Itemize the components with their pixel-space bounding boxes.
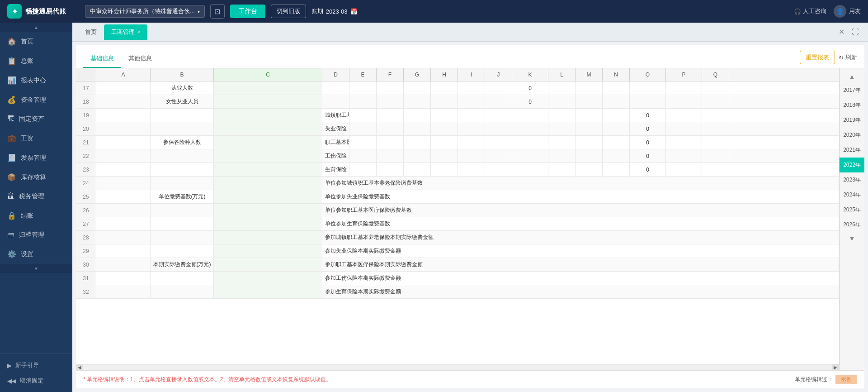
horizontal-scrollbar[interactable]: ◀ ▶ (76, 364, 839, 370)
cell-23-G[interactable] (404, 163, 431, 176)
cell-17-N[interactable] (603, 81, 630, 95)
cell-25-B[interactable]: 单位缴费基数(万元) (151, 190, 214, 203)
user-area[interactable]: 👤 用友 (834, 5, 861, 18)
cell-22-L[interactable] (548, 149, 576, 163)
spreadsheet-body[interactable]: 17 从业人数 0 (76, 81, 839, 364)
cell-29-B[interactable] (151, 244, 214, 258)
cell-19-L[interactable] (548, 109, 576, 122)
cell-28-B[interactable] (151, 231, 214, 244)
cell-26-D[interactable]: 单位参加职工基本医疗保险缴费基数 (322, 204, 839, 217)
cell-24-D[interactable]: 单位参加城镇职工基本养老保险缴费基数 (322, 177, 839, 190)
cell-23-C[interactable] (214, 163, 322, 176)
cell-22-P[interactable] (666, 149, 702, 163)
cell-27-A[interactable] (96, 217, 151, 230)
year-item-2024[interactable]: 2024年 (840, 187, 864, 202)
cell-21-L[interactable] (548, 136, 576, 149)
refresh-button[interactable]: ↻ 刷新 (839, 53, 857, 62)
cell-20-A[interactable] (96, 122, 151, 135)
cell-23-J[interactable] (485, 163, 512, 176)
cell-17-K[interactable]: 0 (512, 81, 548, 95)
cell-31-A[interactable] (96, 272, 151, 285)
workbench-button[interactable]: 工作台 (230, 5, 265, 18)
cell-17-I[interactable] (458, 81, 485, 95)
cell-17-L[interactable] (548, 81, 576, 95)
cell-18-I[interactable] (458, 95, 485, 108)
cell-23-I[interactable] (458, 163, 485, 176)
cell-18-Q[interactable] (702, 95, 729, 108)
copy-button[interactable]: ⊡ (210, 4, 225, 19)
cell-20-E[interactable] (349, 122, 377, 135)
cell-27-D[interactable]: 单位参加生育保险缴费基数 (322, 217, 839, 230)
cell-22-J[interactable] (485, 149, 512, 163)
cell-18-P[interactable] (666, 95, 702, 108)
sidebar-item-closing[interactable]: 🔒 结账 (0, 206, 72, 225)
cell-23-H[interactable] (431, 163, 458, 176)
cell-25-D[interactable]: 单位参加失业保险缴费基数 (322, 190, 839, 203)
cell-19-J[interactable] (485, 109, 512, 122)
cell-25-C[interactable] (214, 190, 322, 203)
cell-20-N[interactable] (603, 122, 630, 135)
cell-28-A[interactable] (96, 231, 151, 244)
cell-22-K[interactable] (512, 149, 548, 163)
cell-19-H[interactable] (431, 109, 458, 122)
year-item-2017[interactable]: 2017年 (840, 83, 864, 98)
cell-21-A[interactable] (96, 136, 151, 149)
cell-18-N[interactable] (603, 95, 630, 108)
cell-29-D[interactable]: 参加失业保险本期实际缴费金额 (322, 244, 839, 258)
sidebar-scroll-down[interactable]: ▼ (0, 264, 72, 273)
cell-18-H[interactable] (431, 95, 458, 108)
cell-29-A[interactable] (96, 244, 151, 258)
cell-22-Q[interactable] (702, 149, 729, 163)
cell-17-E[interactable] (349, 81, 377, 95)
cell-22-E[interactable] (349, 149, 377, 163)
cell-23-A[interactable] (96, 163, 151, 176)
cell-21-O[interactable]: 0 (630, 136, 666, 149)
cell-21-N[interactable] (603, 136, 630, 149)
cell-31-D[interactable]: 参加工伤保险本期实际缴费金额 (322, 272, 839, 285)
cell-24-B[interactable] (151, 177, 214, 190)
cell-21-E[interactable] (349, 136, 377, 149)
scroll-right-button[interactable]: ▶ (832, 364, 839, 371)
cell-21-C[interactable] (214, 136, 322, 149)
cell-19-M[interactable] (576, 109, 603, 122)
expand-button[interactable]: ⛶ (850, 26, 861, 38)
scroll-track[interactable] (83, 364, 832, 371)
year-item-2021[interactable]: 2021年 (840, 143, 864, 158)
cell-19-O[interactable]: 0 (630, 109, 666, 122)
cell-17-H[interactable] (431, 81, 458, 95)
cell-21-M[interactable] (576, 136, 603, 149)
year-item-2026[interactable]: 2026年 (840, 217, 864, 232)
cell-23-B[interactable] (151, 163, 214, 176)
cell-31-C[interactable] (214, 272, 322, 285)
cell-17-J[interactable] (485, 81, 512, 95)
cell-27-B[interactable] (151, 217, 214, 230)
cell-22-C[interactable] (214, 149, 322, 163)
cell-19-B[interactable] (151, 109, 214, 122)
cell-20-C[interactable] (214, 122, 322, 135)
cell-19-Q[interactable] (702, 109, 729, 122)
sidebar-item-finance[interactable]: 💰 资金管理 (0, 90, 72, 110)
cell-18-C[interactable] (214, 95, 322, 108)
reset-report-button[interactable]: 重置报表 (800, 51, 835, 64)
sidebar-item-salary[interactable]: 💼 工资 (0, 129, 72, 148)
cell-19-E[interactable] (349, 109, 377, 122)
cell-25-A[interactable] (96, 190, 151, 203)
cell-21-I[interactable] (458, 136, 485, 149)
cell-18-J[interactable] (485, 95, 512, 108)
cell-21-J[interactable] (485, 136, 512, 149)
cell-32-B[interactable] (151, 285, 214, 298)
cell-22-M[interactable] (576, 149, 603, 163)
cell-20-J[interactable] (485, 122, 512, 135)
cell-27-C[interactable] (214, 217, 322, 230)
cell-20-F[interactable] (377, 122, 404, 135)
cell-17-G[interactable] (404, 81, 431, 95)
cell-31-B[interactable] (151, 272, 214, 285)
cell-23-P[interactable] (666, 163, 702, 176)
cell-18-L[interactable] (548, 95, 576, 108)
cell-22-D[interactable]: 工伤保险 (322, 149, 349, 163)
cell-20-I[interactable] (458, 122, 485, 135)
sidebar-item-tax[interactable]: 🏛 税务管理 (0, 187, 72, 206)
cell-20-B[interactable] (151, 122, 214, 135)
cell-28-D[interactable]: 参加城镇职工基本养老保险本期实际缴费金额 (322, 231, 839, 244)
sidebar-item-inventory[interactable]: 📦 库存核算 (0, 167, 72, 187)
